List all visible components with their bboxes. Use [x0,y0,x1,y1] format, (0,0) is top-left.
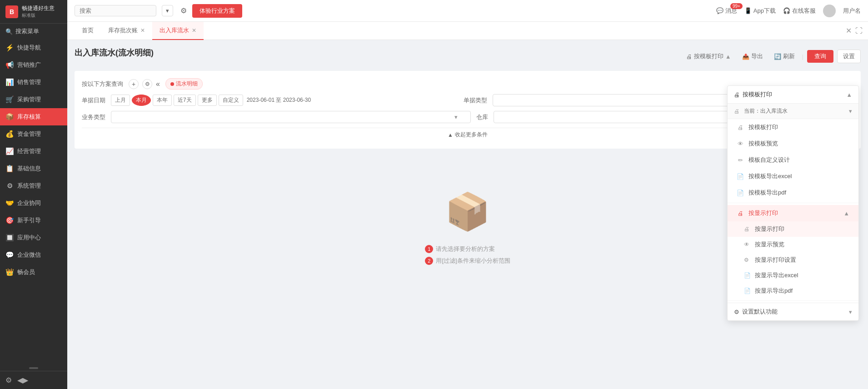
tab-inventory-batch[interactable]: 库存批次账 ✕ [101,22,152,40]
date-btn-last-month[interactable]: 上月 [111,95,130,106]
operations-icon: 📈 [5,147,14,155]
sidebar-item-member[interactable]: 👑 畅会员 [0,264,67,281]
search-menu[interactable]: 🔍 搜索菜单 [0,24,67,39]
print-header-icon: 🖨 [734,91,740,98]
settings-button[interactable]: 设置 [837,50,861,63]
active-filter-tag[interactable]: 流水明细 [165,78,203,90]
sidebar-item-quick-nav[interactable]: ⚡ 快捷导航 [0,39,67,56]
collapse-sidebar-icon[interactable]: ◀▶ [17,376,28,384]
dropdown-display-print-settings[interactable]: ⚙ 按显示打印设置 [728,252,858,268]
dropdown-current-template[interactable]: 🖨 当前：出入库流水 ▾ [728,104,858,119]
date-btn-more[interactable]: 更多 [198,95,217,106]
dropdown-template-print[interactable]: 🖨 按模板打印 [728,119,858,135]
quick-nav-icon: ⚡ [5,44,14,52]
tab-close-inventory-batch[interactable]: ✕ [140,27,145,34]
footer-settings-icon: ⚙ [734,309,739,315]
content-toolbar: 🖨 按模板打印 ▲ 📤 导出 🔄 刷新 | 查询 设置 [683,50,861,63]
message-btn[interactable]: 💬 消息 99+ [716,7,737,15]
print-template-button[interactable]: 🖨 按模板打印 ▲ [683,50,735,62]
date-range-display: 2023-06-01 至 2023-06-30 [247,96,311,104]
sidebar-item-sales[interactable]: 📊 销售管理 [0,74,67,91]
display-preview-icon: 👁 [744,241,750,248]
marketing-icon: 📢 [5,61,14,69]
business-type-select[interactable]: ▾ [111,111,471,123]
finance-icon: 💰 [5,130,14,138]
sidebar-item-operations[interactable]: 📈 经营管理 [0,143,67,160]
topbar-right: 💬 消息 99+ 📱 App下载 🎧 在线客服 用户名 [716,5,861,17]
dropdown-display-export-pdf[interactable]: 📄 按显示导出pdf [728,283,858,299]
app-download-btn[interactable]: 📱 App下载 [744,7,776,15]
date-btn-custom[interactable]: 自定义 [219,95,243,106]
message-badge: 99+ [730,3,743,9]
message-icon: 💬 [716,7,723,14]
close-window-icon[interactable]: ✕ [846,26,852,35]
sidebar: B 畅捷通好生意 标准版 🔍 搜索菜单 ⚡ 快捷导航 📢 营销推广 📊 销售管理… [0,0,67,389]
dropdown-chevron-up[interactable]: ▲ [846,91,852,98]
dropdown-header: 🖨 按模板打印 ▲ [728,86,858,104]
dropdown-footer-arrow: ▾ [849,309,852,315]
empty-hint-1: 1 请先选择要分析的方案 [425,243,510,255]
username-label: 用户名 [843,7,861,15]
sidebar-item-finance[interactable]: 💰 资金管理 [0,125,67,143]
sidebar-item-system[interactable]: ⚙ 系统管理 [0,177,67,194]
filter-settings-button[interactable]: ⚙ [142,79,152,89]
display-pdf-icon: 📄 [744,288,750,294]
dropdown-display-preview[interactable]: 👁 按显示预览 [728,237,858,252]
sidebar-item-purchase[interactable]: 🛒 采购管理 [0,91,67,108]
date-filter: 上月 本月 本年 近7天 更多 自定义 2023-06-01 至 2023-06… [111,95,458,106]
chevron-up-icon: ▲ [448,132,453,138]
template-print-icon: 🖨 [737,124,744,131]
dropdown-btn[interactable]: ▾ [162,5,173,16]
sidebar-item-guide[interactable]: 🎯 新手引导 [0,212,67,229]
search-input[interactable] [75,5,156,16]
dropdown-display-export-excel[interactable]: 📄 按显示导出excel [728,268,858,283]
empty-hint-2: 2 用[过滤]条件来缩小分析范围 [425,255,510,267]
dropdown-footer[interactable]: ⚙ 设置默认功能 ▾ [728,303,858,320]
gear-icon[interactable]: ⚙ [180,6,187,15]
industry-plan-button[interactable]: 体验行业方案 [192,4,242,18]
settings-icon[interactable]: ⚙ [5,376,12,384]
export-button[interactable]: 📤 导出 [738,50,767,62]
avatar[interactable] [823,5,836,17]
sidebar-item-inventory[interactable]: 📦 库存核算 [0,108,67,125]
business-type-chevron-down: ▾ [454,114,458,120]
empty-illustration: 📦 [445,190,490,236]
date-btn-7days[interactable]: 近7天 [174,95,196,106]
maximize-icon[interactable]: ⛶ [855,27,863,35]
dropdown-divider-2 [728,300,858,301]
dropdown-template-export-pdf[interactable]: 📄 按模板导出pdf [728,185,858,201]
app-logo-text: 畅捷通好生意 标准版 [22,5,55,19]
online-service-btn[interactable]: 🎧 在线客服 [783,7,816,15]
date-btn-this-month[interactable]: 本月 [132,95,151,106]
dropdown-display-print[interactable]: 🖨 按显示打印 [728,221,858,237]
dropdown-template-customize[interactable]: ✏ 模板自定义设计 [728,152,858,168]
tab-inventory-flow[interactable]: 出入库流水 ✕ [152,22,204,40]
display-excel-icon: 📄 [744,272,750,279]
display-section-icon: 🖨 [737,209,744,217]
refresh-icon: 🔄 [774,53,781,60]
tab-close-inventory-flow[interactable]: ✕ [192,27,196,34]
refresh-button[interactable]: 🔄 刷新 [770,50,798,62]
sidebar-item-collab[interactable]: 🤝 企业协同 [0,194,67,212]
query-button[interactable]: 查询 [807,50,833,63]
filter-add-button[interactable]: + [129,79,139,89]
main-area: ▾ ⚙ 体验行业方案 💬 消息 99+ 📱 App下载 🎧 在线客服 用户名 首… [67,0,868,389]
bill-type-label: 单据类型 [464,96,487,105]
filter-collapse-button[interactable]: « [156,80,160,88]
dropdown-display-print-section[interactable]: 🖨 按显示打印 ▲ [728,205,858,221]
collab-icon: 🤝 [5,199,14,207]
topbar: ▾ ⚙ 体验行业方案 💬 消息 99+ 📱 App下载 🎧 在线客服 用户名 [67,0,868,22]
dropdown-arrow-icon: ▾ [166,7,169,14]
dropdown-template-preview[interactable]: 👁 按模板预览 [728,135,858,152]
dropdown-template-export-excel[interactable]: 📄 按模板导出excel [728,168,858,185]
filter-section-label: 按以下方案查询 [82,80,123,88]
sidebar-item-basic[interactable]: 📋 基础信息 [0,160,67,177]
date-btn-this-year[interactable]: 本年 [153,95,172,106]
sidebar-item-marketing[interactable]: 📢 营销推广 [0,56,67,74]
member-icon: 👑 [5,268,14,276]
sidebar-item-enterprise-wx[interactable]: 💬 企业微信 [0,246,67,264]
print-dropdown-panel: 🖨 按模板打印 ▲ 🖨 当前：出入库流水 ▾ 🖨 按模板打印 👁 按模板预览 [727,85,859,321]
sidebar-item-app-center[interactable]: 🔲 应用中心 [0,229,67,246]
inventory-icon: 📦 [5,113,14,121]
tab-home[interactable]: 首页 [75,22,101,40]
